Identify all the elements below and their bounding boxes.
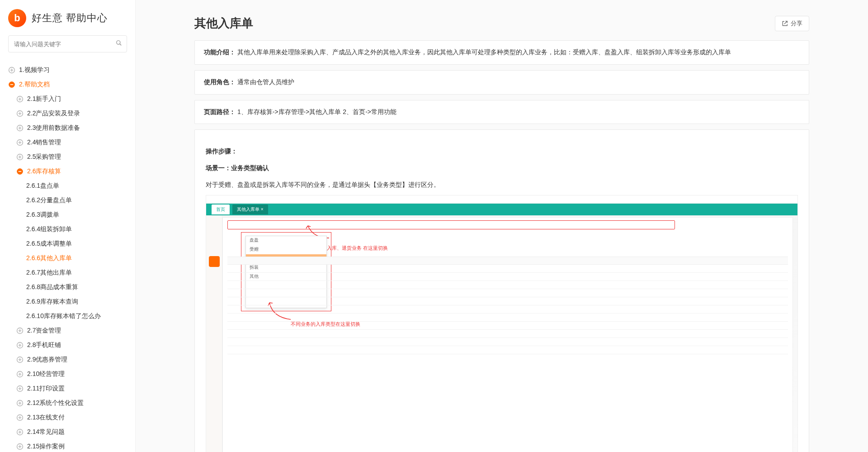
nav-item[interactable]: 2.6.3调拨单 (8, 207, 127, 222)
nav-item-label: 2.10经营管理 (27, 370, 65, 377)
nav-item[interactable]: 2.6.7其他出库单 (8, 265, 127, 280)
nav-item[interactable]: 2.6库存核算 (8, 164, 127, 178)
nav-item-label: 2.6.9库存账本查询 (26, 298, 78, 305)
nav-item[interactable]: 2.帮助文档 (8, 77, 127, 91)
nav-item[interactable]: 2.14常见问题 (8, 424, 127, 439)
expand-icon (16, 95, 24, 103)
nav-item-label: 2.6.6其他入库单 (26, 254, 72, 262)
expand-icon (16, 124, 24, 132)
nav-item-label: 2.6.1盘点单 (26, 182, 59, 189)
expand-icon (16, 414, 24, 421)
nav-item-label: 2.8手机旺铺 (27, 341, 61, 348)
nav-item[interactable]: 2.6.8商品成本重算 (8, 280, 127, 294)
collapse-icon (16, 168, 24, 175)
nav-item-label: 2.帮助文档 (19, 81, 50, 88)
scene1-title: 场景一：业务类型确认 (206, 164, 269, 171)
annotation-1: 入库、退货业务 在这里切换 (327, 245, 388, 252)
brand-logo-icon (8, 9, 26, 27)
nav-item-label: 2.6.8商品成本重算 (26, 283, 78, 290)
nav-item[interactable]: 2.8手机旺铺 (8, 338, 127, 352)
nav-item[interactable]: 2.4销售管理 (8, 135, 127, 149)
expand-icon (16, 428, 24, 436)
search-icon (116, 40, 122, 46)
nav-item[interactable]: 1.视频学习 (8, 62, 127, 77)
search-input[interactable] (8, 35, 127, 52)
nav-item-label: 2.6.5成本调整单 (26, 240, 72, 247)
nav-item[interactable]: 2.6.1盘点单 (8, 178, 127, 193)
nav-item[interactable]: 2.13在线支付 (8, 410, 127, 424)
nav-item[interactable]: 2.15操作案例 (8, 439, 127, 452)
nav-item[interactable]: 2.10经营管理 (8, 366, 127, 381)
nav-item[interactable]: 2.1新手入门 (8, 91, 127, 106)
nav-item-label: 2.5采购管理 (27, 153, 61, 160)
nav-item[interactable]: 2.11打印设置 (8, 381, 127, 395)
expand-icon (16, 110, 24, 117)
nav-tree: 1.视频学习2.帮助文档2.1新手入门2.2产品安装及登录2.3使用前数据准备2… (8, 62, 127, 452)
nav-item-label: 2.9优惠券管理 (27, 356, 67, 363)
svg-line-1 (120, 43, 122, 45)
nav-item[interactable]: 2.3使用前数据准备 (8, 120, 127, 135)
nav-item-label: 2.6.2分量盘点单 (26, 196, 72, 204)
nav-item-label: 2.6.10库存账本错了怎么办 (26, 312, 101, 319)
nav-item-label: 2.4销售管理 (27, 138, 61, 146)
nav-item[interactable]: 2.9优惠券管理 (8, 352, 127, 366)
nav-item[interactable]: 2.6.5成本调整单 (8, 236, 127, 251)
panel-role: 使用角色：通常由仓管人员维护 (194, 70, 809, 95)
search-button[interactable] (114, 39, 123, 48)
expand-icon (16, 139, 24, 146)
panel-path: 页面路径：1、库存核算->库存管理->其他入库单 2、首页->常用功能 (194, 100, 809, 124)
brand: 好生意 帮助中心 (8, 9, 127, 27)
expand-icon (16, 356, 24, 363)
nav-item[interactable]: 2.6.4组装拆卸单 (8, 222, 127, 236)
page-title: 其他入库单 (194, 15, 253, 31)
brand-title: 好生意 帮助中心 (32, 11, 108, 25)
search-box (8, 35, 127, 52)
nav-item-label: 2.6库存核算 (27, 167, 61, 175)
share-icon (782, 20, 788, 27)
sidebar: 好生意 帮助中心 1.视频学习2.帮助文档2.1新手入门2.2产品安装及登录2.… (0, 0, 136, 452)
nav-item[interactable]: 2.6.2分量盘点单 (8, 193, 127, 207)
nav-item-label: 2.14常见问题 (27, 428, 65, 435)
intro-label: 功能介绍： (204, 48, 236, 56)
share-label: 分享 (791, 19, 802, 28)
expand-icon (8, 67, 15, 74)
nav-item-label: 2.2产品安装及登录 (27, 109, 80, 117)
scene1-text: 对于受赠、盘盈或是拆装入库等不同的业务，是通过单据头【业务类型】进行区分。 (206, 179, 798, 191)
nav-item-label: 2.11打印设置 (27, 385, 65, 392)
expand-icon (16, 385, 24, 392)
nav-item-label: 2.3使用前数据准备 (27, 124, 80, 131)
expand-icon (16, 342, 24, 349)
svg-point-0 (117, 40, 120, 44)
path-text: 1、库存核算->库存管理->其他入库单 2、首页->常用功能 (237, 108, 396, 115)
nav-item[interactable]: 2.6.10库存账本错了怎么办 (8, 309, 127, 323)
expand-icon (16, 443, 24, 450)
nav-item[interactable]: 2.2产品安装及登录 (8, 106, 127, 120)
intro-text: 其他入库单用来处理除采购入库、产成品入库之外的其他入库业务，因此其他入库单可处理… (237, 48, 731, 56)
share-button[interactable]: 分享 (775, 16, 809, 31)
path-label: 页面路径： (204, 108, 236, 115)
nav-item[interactable]: 2.6.9库存账本查询 (8, 294, 127, 309)
nav-item[interactable]: 2.6.6其他入库单 (8, 251, 127, 265)
nav-item[interactable]: 2.12系统个性化设置 (8, 395, 127, 410)
collapse-icon (8, 81, 15, 88)
nav-item-label: 2.1新手入门 (27, 95, 61, 102)
steps-heading: 操作步骤： (206, 145, 798, 157)
nav-item-label: 2.6.3调拨单 (26, 211, 59, 218)
nav-item-label: 2.7资金管理 (27, 327, 61, 334)
nav-item[interactable]: 2.7资金管理 (8, 323, 127, 338)
expand-icon (16, 371, 24, 378)
main: 其他入库单 分享 功能介绍：其他入库单用来处理除采购入库、产成品入库之外的其他入… (136, 0, 868, 452)
nav-item-label: 2.12系统个性化设置 (27, 399, 84, 406)
title-row: 其他入库单 分享 (194, 15, 809, 31)
nav-item-label: 1.视频学习 (19, 66, 50, 73)
expand-icon (16, 327, 24, 334)
expand-icon (16, 153, 24, 161)
content-body: 操作步骤： 场景一：业务类型确认 对于受赠、盘盈或是拆装入库等不同的业务，是通过… (194, 129, 809, 452)
nav-item-label: 2.6.4组装拆卸单 (26, 225, 72, 233)
role-label: 使用角色： (204, 78, 236, 86)
expand-icon (16, 400, 24, 407)
nav-item-label: 2.13在线支付 (27, 414, 65, 421)
nav-item[interactable]: 2.5采购管理 (8, 149, 127, 164)
role-text: 通常由仓管人员维护 (237, 78, 294, 86)
svg-line-51 (784, 21, 787, 24)
